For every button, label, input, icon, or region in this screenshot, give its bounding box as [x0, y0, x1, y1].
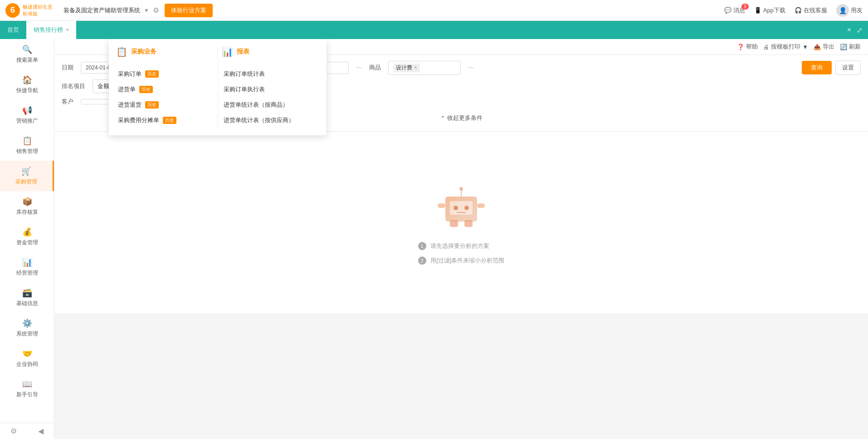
industry-btn[interactable]: 体验行业方案 [165, 4, 213, 17]
svg-rect-8 [477, 203, 485, 208]
collapse-icon: ⌃ [440, 115, 445, 122]
sidebar-settings-btn[interactable]: ⚙ [10, 427, 17, 435]
help-icon: ❓ [737, 44, 744, 50]
layout: 🔍 搜索菜单 🏠 快捷导航 📢 营销推广 📋 销售管理 🛒 采购管理 📦 库存核… [0, 39, 868, 439]
dropdown-col2-title: 📊 报表 [222, 46, 320, 61]
maximize-icon[interactable]: ⤢ [855, 24, 864, 36]
dropdown-item-receipt-supplier[interactable]: 进货单统计表（按供应商） [222, 113, 320, 128]
sales-icon: 📋 [22, 136, 32, 146]
goods-more-btn[interactable]: ··· [468, 64, 474, 72]
guide-icon: 📖 [22, 379, 32, 389]
tab-sales-rank[interactable]: 销售排行榜 × [26, 21, 76, 39]
purchase-dropdown: 📋 采购业务 采购订单 历史 进货单 历史 进货退货 历史 采购费用分摊单 [109, 39, 327, 135]
dropdown-divider [218, 46, 218, 128]
close-tab-icon[interactable]: × [845, 24, 853, 36]
avatar: 👤 [836, 4, 849, 17]
history-badge-receipt: 历史 [139, 86, 153, 93]
export-icon: 📤 [814, 44, 821, 50]
report-icon: 📊 [222, 46, 233, 57]
svg-rect-10 [464, 220, 473, 227]
sidebar-item-operations[interactable]: 📊 经营管理 [0, 252, 54, 282]
operations-icon: 📊 [22, 257, 32, 267]
sidebar-item-sales[interactable]: 📋 销售管理 [0, 130, 54, 161]
svg-rect-7 [438, 203, 445, 208]
svg-point-6 [459, 187, 463, 191]
basic-icon: 🗃️ [22, 288, 32, 298]
export-btn[interactable]: 📤 导出 [814, 43, 834, 51]
history-badge-return: 历史 [145, 101, 159, 109]
system-settings-icon[interactable]: ⚙ [153, 6, 159, 15]
system-selector: 装备及固定资产辅助管理系统 ▼ ⚙ [63, 6, 159, 15]
sidebar-item-collab[interactable]: 🤝 企业协同 [0, 343, 54, 374]
filter-actions: 查询 设置 [802, 60, 861, 75]
user-menu[interactable]: 👤 用友 [836, 4, 863, 17]
topbar: 6 畅捷通好生意 标准版 装备及固定资产辅助管理系统 ▼ ⚙ 体验行业方案 💬 … [0, 0, 868, 21]
refresh-btn[interactable]: 🔄 刷新 [840, 43, 861, 51]
sidebar-collapse-btn[interactable]: ◀ [38, 427, 44, 435]
dropdown-item-return[interactable]: 进货退货 历史 [116, 97, 214, 113]
settings-btn[interactable]: 设置 [835, 60, 861, 75]
date-label: 日期 [62, 64, 73, 72]
empty-state: 1 请先选择要分析的方案 2 用[过滤]条件来缩小分析范围 [54, 132, 868, 313]
sidebar-item-basic[interactable]: 🗃️ 基础信息 [0, 282, 54, 313]
sidebar-item-purchase[interactable]: 🛒 采购管理 [0, 161, 54, 191]
dropdown-col-report: 📊 报表 采购订单统计表 采购订单执行表 进货单统计表（按商品） 进货单统计表（… [222, 46, 320, 128]
message-btn[interactable]: 💬 消息 9 [724, 6, 745, 15]
main-content: 📋 采购业务 采购订单 历史 进货单 历史 进货退货 历史 采购费用分摊单 [54, 39, 868, 439]
dropdown-item-po[interactable]: 采购订单 历史 [116, 66, 214, 82]
tabbar: 首页 销售排行榜 × × ⤢ [0, 21, 868, 39]
tabbar-actions: × ⤢ [845, 24, 868, 36]
message-badge: 9 [741, 4, 749, 10]
sidebar: 🔍 搜索菜单 🏠 快捷导航 📢 营销推广 📋 销售管理 🛒 采购管理 📦 库存核… [0, 39, 54, 439]
history-badge-po: 历史 [145, 70, 159, 78]
sidebar-item-guide[interactable]: 📖 新手引导 [0, 374, 54, 404]
purchase-biz-icon: 📋 [116, 46, 127, 57]
app-download-btn[interactable]: 📱 App下载 [754, 6, 785, 15]
help-btn[interactable]: ❓ 帮助 [737, 43, 758, 51]
phone-icon: 📱 [754, 7, 761, 14]
empty-text: 1 请先选择要分析的方案 2 用[过滤]条件来缩小分析范围 [418, 240, 505, 266]
headset-icon: 🎧 [795, 7, 802, 14]
goods-select[interactable]: 设计费 × [388, 61, 461, 75]
logo-text: 畅捷通好生意 标准版 [23, 4, 53, 17]
search-icon: 🔍 [22, 44, 32, 54]
purchase-icon: 🛒 [21, 166, 31, 176]
print-btn[interactable]: 🖨 按模板打印 ▼ [763, 43, 808, 51]
dropdown-item-po-exec[interactable]: 采购订单执行表 [222, 82, 320, 97]
sidebar-item-system[interactable]: ⚙️ 系统管理 [0, 313, 54, 343]
svg-point-3 [464, 206, 469, 210]
svg-point-2 [454, 206, 458, 210]
sidebar-item-marketing[interactable]: 📢 营销推广 [0, 100, 54, 130]
hint-num-2: 2 [418, 256, 426, 265]
system-name: 装备及固定资产辅助管理系统 [63, 6, 140, 15]
hint-num-1: 1 [418, 242, 426, 250]
message-icon: 💬 [724, 7, 731, 14]
topbar-right: 💬 消息 9 📱 App下载 🎧 在线客服 👤 用友 [724, 4, 863, 17]
svg-rect-9 [450, 220, 458, 227]
home-icon: 🏠 [22, 75, 32, 85]
sidebar-item-inventory[interactable]: 📦 库存核算 [0, 191, 54, 222]
sidebar-item-nav[interactable]: 🏠 快捷导航 [0, 69, 54, 100]
query-btn[interactable]: 查询 [802, 61, 832, 74]
system-arrow-icon[interactable]: ▼ [144, 7, 149, 14]
tab-home[interactable]: 首页 [0, 21, 26, 39]
status-more-btn[interactable]: ··· [356, 64, 362, 72]
empty-svg [434, 178, 488, 233]
marketing-icon: 📢 [22, 105, 32, 115]
dropdown-item-receipt-goods[interactable]: 进货单统计表（按商品） [222, 97, 320, 113]
goods-tag: 设计费 × [393, 64, 420, 72]
finance-icon: 💰 [22, 227, 32, 237]
logo-icon: 6 [5, 3, 20, 18]
dropdown-item-po-stat[interactable]: 采购订单统计表 [222, 66, 320, 82]
goods-tag-close[interactable]: × [414, 64, 417, 71]
dropdown-col1-title: 📋 采购业务 [116, 46, 214, 61]
sidebar-item-finance[interactable]: 💰 资金管理 [0, 222, 54, 252]
sidebar-item-search[interactable]: 🔍 搜索菜单 [0, 39, 54, 69]
tab-close-icon[interactable]: × [66, 27, 69, 33]
dropdown-item-expense[interactable]: 采购费用分摊单 历史 [116, 113, 214, 128]
dropdown-item-receipt[interactable]: 进货单 历史 [116, 82, 214, 97]
dropdown-col-purchase: 📋 采购业务 采购订单 历史 进货单 历史 进货退货 历史 采购费用分摊单 [116, 46, 214, 128]
online-service-btn[interactable]: 🎧 在线客服 [795, 6, 827, 15]
rank-label: 排名项目 [62, 82, 85, 90]
refresh-icon: 🔄 [840, 44, 847, 50]
